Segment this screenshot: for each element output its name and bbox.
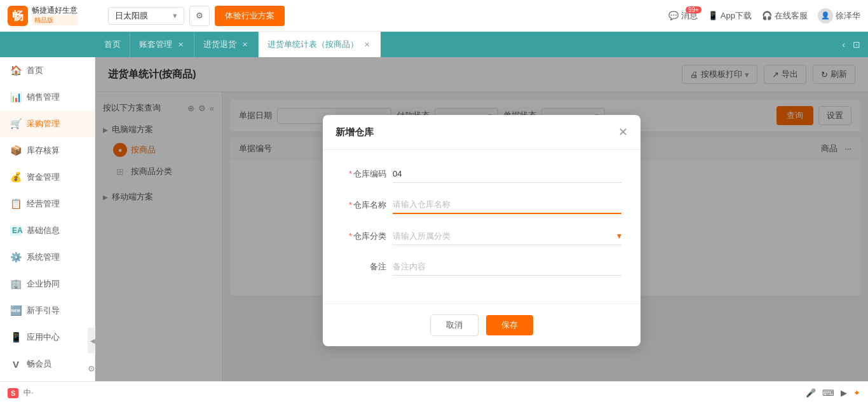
bottom-right: 🎤 ⌨ ▶ ✦ xyxy=(806,388,860,398)
guide-icon: 🆕 xyxy=(10,305,22,316)
settings-bottom-icon[interactable]: ⚙ xyxy=(88,364,95,374)
mic-icon[interactable]: 🎤 xyxy=(806,388,816,398)
username-label: 徐泽华 xyxy=(836,10,860,22)
warehouse-remark-input[interactable] xyxy=(393,258,621,276)
tab-purchase-return-close-icon[interactable]: ✕ xyxy=(240,40,249,49)
form-row-code: *仓库编码 xyxy=(342,165,621,183)
warehouse-category-select[interactable]: ▾ xyxy=(393,227,621,245)
message-icon: 💬 xyxy=(668,11,679,20)
tab-accounts[interactable]: 账套管理 ✕ xyxy=(130,32,194,57)
content-area: 进货单统计(按商品) 🖨 按模板打印 ▾ ↗ 导出 ↻ 刷新 xyxy=(95,57,868,404)
sidebar-item-sales[interactable]: 📊 销售管理 xyxy=(0,84,95,111)
member-icon: V xyxy=(10,359,22,370)
operation-icon: 📋 xyxy=(10,198,22,210)
save-button[interactable]: 保存 xyxy=(486,315,533,335)
warehouse-code-input[interactable] xyxy=(393,165,621,183)
tab-controls: ‹ ⊡ xyxy=(839,37,868,52)
bottom-text: 中· xyxy=(24,387,33,398)
app-name: 畅捷通好生意 xyxy=(32,6,78,16)
finance-icon: 💰 xyxy=(10,172,22,183)
sidebar-item-enterprise[interactable]: 🏢 企业协同 xyxy=(0,271,95,297)
bottom-bar: S 中· 🎤 ⌨ ▶ ✦ xyxy=(0,381,868,404)
sidebar-item-enterprise-label: 企业协同 xyxy=(27,278,60,290)
sidebar-item-purchase-label: 采购管理 xyxy=(27,118,60,130)
message-btn[interactable]: 💬 消息 99+ xyxy=(668,10,698,22)
sidebar-item-basic-label: 基础信息 xyxy=(27,225,60,236)
sidebar-item-finance-label: 资金管理 xyxy=(27,172,60,183)
sidebar-item-finance[interactable]: 💰 资金管理 xyxy=(0,164,95,191)
play-icon[interactable]: ▶ xyxy=(841,388,847,398)
bottom-logo: S xyxy=(8,388,18,398)
inventory-icon: 📦 xyxy=(10,145,22,156)
code-label: *仓库编码 xyxy=(342,168,393,180)
bottom-left: S 中· xyxy=(8,387,34,398)
message-badge: 99+ xyxy=(686,6,702,13)
tab-home[interactable]: 首页 xyxy=(95,32,130,57)
online-service-btn[interactable]: 🎧 在线客服 xyxy=(762,10,808,22)
modal-close-button[interactable]: ✕ xyxy=(618,125,628,139)
basic-icon: EA xyxy=(10,226,22,236)
purchase-icon: 🛒 xyxy=(10,118,22,130)
category-label: *仓库分类 xyxy=(342,231,393,242)
sidebar-item-guide[interactable]: 🆕 新手引导 xyxy=(0,297,95,324)
sidebar-item-inventory-label: 库存核算 xyxy=(27,145,60,156)
sales-icon: 📊 xyxy=(10,91,22,103)
sidebar-item-purchase[interactable]: 🛒 采购管理 xyxy=(0,111,95,137)
sidebar-item-inventory[interactable]: 📦 库存核算 xyxy=(0,137,95,164)
store-selector[interactable]: 日太阳膜 ▾ xyxy=(108,7,184,25)
sidebar-item-member[interactable]: V 畅会员 xyxy=(0,351,95,377)
user-avatar: 👤 xyxy=(818,8,833,24)
tab-purchase-return-label: 进货退货 xyxy=(203,39,236,50)
sidebar: 🏠 首页 📊 销售管理 🛒 采购管理 📦 库存核算 💰 资金管理 📋 经营管理 … xyxy=(0,57,95,404)
app-download-btn[interactable]: 📱 App下载 xyxy=(708,10,752,22)
app-logo: 畅 xyxy=(8,6,28,26)
main-layout: 🏠 首页 📊 销售管理 🛒 采购管理 📦 库存核算 💰 资金管理 📋 经营管理 … xyxy=(0,57,868,404)
app-download-label: App下载 xyxy=(721,10,752,22)
trial-button[interactable]: 体验行业方案 xyxy=(215,6,285,26)
tab-home-label: 首页 xyxy=(104,39,121,50)
cancel-button[interactable]: 取消 xyxy=(430,314,478,336)
tab-accounts-label: 账套管理 xyxy=(139,39,172,50)
modal-overlay: 新增仓库 ✕ *仓库编码 *仓库名称 xyxy=(95,57,868,404)
sidebar-item-basic[interactable]: EA 基础信息 xyxy=(0,217,95,244)
tab-purchase-stat-close-icon[interactable]: ✕ xyxy=(362,40,371,49)
warehouse-name-input[interactable] xyxy=(393,196,621,214)
sidebar-item-operation[interactable]: 📋 经营管理 xyxy=(0,191,95,217)
tab-prev-icon[interactable]: ‹ xyxy=(839,37,848,52)
user-btn[interactable]: 👤 徐泽华 xyxy=(818,8,860,24)
modal-title: 新增仓库 xyxy=(336,126,374,138)
modal-header: 新增仓库 ✕ xyxy=(323,115,641,150)
tab-purchase-return[interactable]: 进货退货 ✕ xyxy=(194,32,259,57)
sidebar-bottom-actions: ⚙ 🔊 xyxy=(83,359,95,379)
enterprise-icon: 🏢 xyxy=(10,278,22,290)
remark-label: 备注 xyxy=(342,261,393,273)
dropdown-arrow-icon: ▾ xyxy=(173,11,177,20)
tab-bar: 首页 账套管理 ✕ 进货退货 ✕ 进货单统计表（按商品） ✕ ‹ ⊡ xyxy=(0,32,868,57)
sidebar-item-home-label: 首页 xyxy=(27,65,43,76)
mobile-icon: 📱 xyxy=(708,11,718,20)
keyboard-icon[interactable]: ⌨ xyxy=(822,388,834,398)
home-icon: 🏠 xyxy=(10,65,22,76)
headset-icon: 🎧 xyxy=(762,11,772,20)
appcenter-icon: 📱 xyxy=(10,332,22,343)
warehouse-category-input[interactable] xyxy=(393,231,617,241)
sidebar-item-member-label: 畅会员 xyxy=(27,358,51,370)
tab-next-icon[interactable]: ⊡ xyxy=(850,37,863,52)
sidebar-item-sales-label: 销售管理 xyxy=(27,91,60,103)
sidebar-item-appcenter-label: 应用中心 xyxy=(27,332,60,343)
category-dropdown-icon: ▾ xyxy=(617,231,621,241)
sidebar-toggle[interactable]: ◀ xyxy=(88,328,95,353)
tab-purchase-stat-label: 进货单统计表（按商品） xyxy=(268,39,358,50)
sidebar-item-appcenter[interactable]: 📱 应用中心 xyxy=(0,324,95,351)
settings-icon[interactable]: ⚙ xyxy=(189,6,210,26)
app-badge: 精品版 xyxy=(32,15,78,25)
modal-body: *仓库编码 *仓库名称 *仓库分类 xyxy=(323,150,641,304)
store-name: 日太阳膜 xyxy=(115,10,148,22)
star-icon[interactable]: ✦ xyxy=(853,388,860,398)
sidebar-item-system[interactable]: ⚙️ 系统管理 xyxy=(0,244,95,271)
tab-purchase-stat[interactable]: 进货单统计表（按商品） ✕ xyxy=(259,32,381,57)
logo-area: 畅 畅捷通好生意 精品版 xyxy=(8,6,103,26)
sidebar-item-home[interactable]: 🏠 首页 xyxy=(0,57,95,84)
tab-accounts-close-icon[interactable]: ✕ xyxy=(176,40,185,49)
top-bar: 畅 畅捷通好生意 精品版 日太阳膜 ▾ ⚙ 体验行业方案 💬 消息 99+ 📱 … xyxy=(0,0,868,32)
